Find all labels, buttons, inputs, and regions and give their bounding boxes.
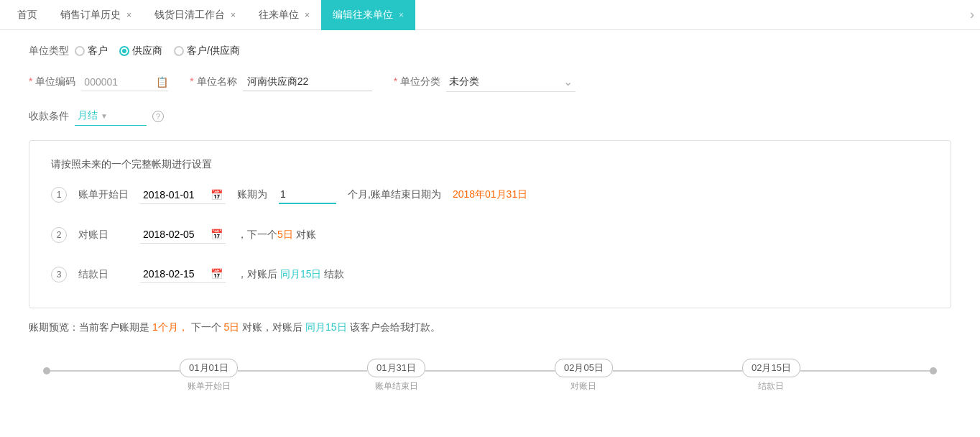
timeline-badge-4: 02月15日 (742, 359, 800, 377)
unit-type-row: 单位类型 客户 供应商 客户/供应商 (29, 45, 951, 58)
radio-supplier[interactable]: 供应商 (119, 45, 162, 58)
tab-cash-work-label: 钱货日清工作台 (154, 9, 225, 22)
timeline-section: 01月01日 账单开始日 01月31日 账单结束日 02月05日 对账日 02月… (29, 351, 951, 392)
tab-sales-history-close[interactable]: × (126, 10, 131, 20)
step-2-date-input[interactable] (143, 229, 208, 240)
step-1-date-input[interactable] (143, 189, 208, 201)
step-2-desc: ，下一个5日 对账 (237, 229, 316, 242)
tab-sales-history[interactable]: 销售订单历史 × (49, 0, 143, 30)
preview-middle: 下一个 (191, 321, 221, 333)
tabs-bar: 首页 销售订单历史 × 钱货日清工作台 × 往来单位 × 编辑往来单位 × › (0, 0, 980, 30)
step-1-period-suffix: 个月,账单结束日期为 (348, 188, 441, 201)
step-1-number: 1 (51, 187, 67, 203)
timeline-label-3: 对账日 (570, 380, 596, 392)
timeline-node-1: 01月01日 账单开始日 (180, 359, 238, 392)
unit-category-label: 单位分类 (394, 75, 440, 88)
step-3-number: 3 (51, 267, 67, 282)
step-2-number: 2 (51, 227, 67, 243)
unit-code-label: 单位编码 (29, 75, 75, 88)
tl-seg-3 (613, 370, 742, 372)
settings-card: 请按照未来的一个完整帐期进行设置 1 账单开始日 📅 账期为 个月,账单结束日期… (29, 140, 951, 308)
step-1-date-wrapper: 📅 (140, 186, 226, 204)
step-3-date-input[interactable] (143, 268, 208, 280)
help-icon[interactable]: ? (152, 111, 164, 122)
tab-partner-close[interactable]: × (305, 10, 310, 20)
preview-highlight1: 1个月， (152, 321, 188, 333)
main-content: 单位类型 客户 供应商 客户/供应商 单位编码 (0, 30, 980, 437)
timeline-badge-2: 01月31日 (367, 359, 425, 377)
tab-partner-label: 往来单位 (259, 9, 299, 22)
unit-name-input[interactable] (243, 73, 372, 91)
timeline-node-4: 02月15日 结款日 (742, 359, 800, 392)
unit-name-group: 单位名称 (190, 73, 371, 91)
unit-category-arrow-icon: ⌄ (563, 75, 573, 88)
radio-customer-circle (75, 46, 85, 56)
tab-edit-partner[interactable]: 编辑往来单位 × (321, 0, 415, 30)
preview-section: 账期预览：当前客户账期是 1个月， 下一个 5日 对账，对账后 同月15日 该客… (29, 321, 951, 334)
preview-highlight2: 5日 (223, 321, 239, 333)
payment-terms-select[interactable]: 月结 ▼ (75, 106, 147, 126)
step-1-calendar-icon[interactable]: 📅 (211, 189, 223, 201)
step-3-row: 3 结款日 📅 ，对账后 同月15日 结款 (51, 265, 929, 283)
step-2-highlight: 5日 (277, 229, 293, 240)
step-1-row: 1 账单开始日 📅 账期为 个月,账单结束日期为 2018年01月31日 (51, 185, 929, 204)
preview-suffix: 该客户会给我打款。 (350, 321, 440, 333)
radio-supplier-label: 供应商 (132, 45, 162, 58)
step-1-end-date: 2018年01月31日 (453, 188, 527, 201)
step-3-highlight: 同月15日 (280, 268, 322, 280)
tab-edit-partner-close[interactable]: × (399, 10, 404, 20)
tab-cash-work[interactable]: 钱货日清工作台 × (143, 0, 247, 30)
tab-home[interactable]: 首页 (6, 0, 49, 30)
payment-terms-arrow-icon: ▼ (101, 112, 108, 120)
step-3-date-wrapper: 📅 (140, 265, 226, 283)
unit-category-group: 单位分类 未分类 ⌄ (394, 72, 575, 92)
timeline-node-3: 02月05日 对账日 (555, 359, 613, 392)
tab-cash-work-close[interactable]: × (231, 10, 236, 20)
tl-seg-1 (238, 370, 367, 372)
payment-terms-label: 收款条件 (29, 110, 69, 123)
unit-type-radios: 客户 供应商 客户/供应商 (75, 45, 240, 58)
unit-category-select[interactable]: 未分类 ⌄ (446, 72, 575, 92)
timeline-start-dot (43, 367, 50, 374)
tab-edit-partner-label: 编辑往来单位 (333, 9, 393, 22)
timeline-badge-1: 01月01日 (180, 359, 238, 377)
timeline-node-2: 01月31日 账单结束日 (367, 359, 425, 392)
timeline-label-1: 账单开始日 (188, 380, 231, 392)
timeline-label-2: 账单结束日 (375, 380, 418, 392)
radio-customer-label: 客户 (88, 45, 108, 58)
tl-seg-0 (50, 370, 180, 372)
step-2-date-wrapper: 📅 (140, 226, 226, 244)
preview-prefix: 账期预览：当前客户账期是 (29, 321, 149, 333)
unit-category-value: 未分类 (449, 75, 560, 88)
step-1-middle-text: 账期为 (237, 188, 267, 201)
step-3-desc: ，对账后 同月15日 结款 (237, 268, 344, 281)
tl-seg-4 (800, 370, 930, 372)
payment-terms-group: 收款条件 月结 ▼ ? (29, 106, 164, 126)
unit-type-group: 单位类型 客户 供应商 客户/供应商 (29, 45, 240, 58)
timeline-badge-3: 02月05日 (555, 359, 613, 377)
step-3-label: 结款日 (78, 268, 129, 281)
unit-code-group: 单位编码 📋 (29, 73, 168, 91)
radio-customer-supplier[interactable]: 客户/供应商 (174, 45, 240, 58)
payment-terms-value: 月结 (78, 109, 98, 122)
timeline-label-4: 结款日 (758, 380, 784, 392)
radio-customer[interactable]: 客户 (75, 45, 108, 58)
preview-highlight3: 同月15日 (305, 321, 347, 333)
radio-customer-supplier-circle (174, 46, 184, 56)
card-title: 请按照未来的一个完整帐期进行设置 (51, 158, 929, 171)
tab-partner[interactable]: 往来单位 × (247, 0, 321, 30)
tab-sales-history-label: 销售订单历史 (60, 9, 121, 22)
preview-text2: 对账，对账后 (242, 321, 302, 333)
step-2-calendar-icon[interactable]: 📅 (211, 229, 223, 240)
step-3-calendar-icon[interactable]: 📅 (211, 268, 223, 280)
radio-supplier-circle (119, 46, 129, 56)
copy-icon[interactable]: 📋 (156, 76, 168, 88)
payment-terms-row: 收款条件 月结 ▼ ? (29, 106, 951, 126)
step-1-label: 账单开始日 (78, 188, 129, 201)
timeline-end-dot (930, 367, 937, 374)
period-input[interactable] (279, 185, 336, 204)
tabs-scroll-right-icon[interactable]: › (970, 7, 974, 22)
unit-type-label: 单位类型 (29, 45, 69, 58)
unit-name-label: 单位名称 (190, 75, 236, 88)
unit-code-input[interactable] (81, 73, 153, 91)
